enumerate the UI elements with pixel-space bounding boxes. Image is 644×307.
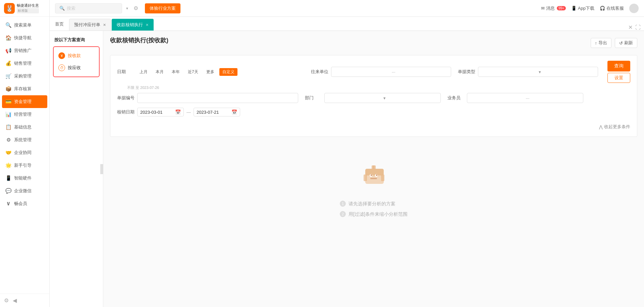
sidebar-item-vip-member[interactable]: V 畅会员 xyxy=(0,197,49,210)
main-area: 🔍 搜索 ▾ ⚙ 体验行业方案 ✉ 消息 99+ 📱 App下载 🎧 在线客服 xyxy=(50,0,644,307)
sidebar-item-inventory[interactable]: 📦 库存核算 xyxy=(0,83,49,95)
query-button[interactable]: 查询 xyxy=(607,61,630,71)
tab-close-all-icon[interactable]: ✕ xyxy=(628,24,633,31)
sidebar-item-system-mgmt[interactable]: ⚙ 系统管理 xyxy=(0,134,49,146)
setting-button[interactable]: 设置 xyxy=(607,73,630,83)
smart-hardware-icon: 📱 xyxy=(5,175,11,181)
enterprise-collab-icon: 🤝 xyxy=(5,150,11,156)
doc-type-label: 单据类型 xyxy=(458,69,475,75)
dept-select[interactable]: ▾ xyxy=(324,93,441,103)
topbar-gear-icon[interactable]: ⚙ xyxy=(133,5,138,11)
sidebar-bottom: ⚙ ◀ xyxy=(0,294,49,307)
last-7days-btn[interactable]: 近7天 xyxy=(185,68,201,76)
system-mgmt-icon: ⚙ xyxy=(5,137,11,143)
tab-close-prepay[interactable]: ✕ xyxy=(103,23,106,27)
tab-home[interactable]: 首页 xyxy=(50,18,69,31)
form-row-2: 单据编号 部门 ▾ 业务员 ··· xyxy=(117,93,630,103)
this-month-btn[interactable]: 本月 xyxy=(153,68,167,76)
doc-type-field: 单据类型 ▾ xyxy=(458,67,598,77)
collapse-sidebar-icon[interactable]: ◀ xyxy=(13,297,17,304)
sidebar-item-quick-nav[interactable]: 🏠 快捷导航 xyxy=(0,32,49,44)
quick-dates: 上月 本月 本年 近7天 更多 自定义 xyxy=(137,68,237,76)
sales-icon: 💰 xyxy=(5,60,11,66)
verify-date-start-input[interactable] xyxy=(140,110,174,115)
tab-close-receipt-verify[interactable]: ✕ xyxy=(146,23,149,27)
refresh-button[interactable]: ↺ 刷新 xyxy=(615,38,637,48)
tab-actions: ✕ ⛶ xyxy=(625,24,644,31)
verify-date-end-wrap[interactable]: 📅 xyxy=(194,108,240,116)
inventory-icon: 📦 xyxy=(5,86,11,92)
refresh-icon: ↺ xyxy=(619,41,623,46)
verify-date-range: 📅 — 📅 xyxy=(137,108,294,116)
app-download-button[interactable]: 📱 App下载 xyxy=(571,5,594,11)
svg-rect-8 xyxy=(370,178,377,179)
sidebar-item-enterprise-wechat[interactable]: 💬 企业微信 xyxy=(0,185,49,197)
search-box[interactable]: 🔍 搜索 xyxy=(55,3,122,13)
sidebar-item-finance[interactable]: 💳 资金管理 xyxy=(2,95,47,108)
counterpart-field: 往来单位 ··· xyxy=(311,67,451,77)
counterpart-select[interactable]: ··· xyxy=(331,67,451,77)
headset-icon: 🎧 xyxy=(600,6,605,11)
online-service-button[interactable]: 🎧 在线客服 xyxy=(600,5,624,11)
sidebar-item-search-menu[interactable]: 🔍 搜索菜单 xyxy=(0,19,49,32)
doc-no-input[interactable] xyxy=(137,93,298,103)
business-mgmt-icon: 📊 xyxy=(5,111,11,117)
collapse-more-btn[interactable]: ⋀ 收起更多条件 xyxy=(117,121,630,131)
staff-field: 业务员 ··· xyxy=(447,93,583,103)
more-btn[interactable]: 更多 xyxy=(203,68,217,76)
sidebar-item-purchase[interactable]: 🛒 采购管理 xyxy=(0,70,49,83)
verify-date-end-input[interactable] xyxy=(197,110,230,115)
page-title: 收款核销执行(按收款) xyxy=(110,36,168,44)
this-year-btn[interactable]: 本年 xyxy=(169,68,183,76)
last-month-btn[interactable]: 上月 xyxy=(137,68,151,76)
vip-member-icon: V xyxy=(5,201,11,207)
message-badge: 99+ xyxy=(557,6,566,10)
svg-rect-3 xyxy=(381,174,384,181)
app-logo-icon: 🐰 xyxy=(4,3,15,14)
doc-type-select[interactable]: ▾ xyxy=(478,67,598,77)
tab-prepay[interactable]: 预付冲应付单 ✕ xyxy=(69,19,111,31)
filter-panel-title: 按以下方案查询 xyxy=(50,35,103,46)
export-button[interactable]: ↑ 导出 xyxy=(591,38,612,48)
filter-receipt-icon: ¥ xyxy=(58,52,65,59)
user-avatar[interactable] xyxy=(629,4,639,13)
empty-illustration xyxy=(357,157,390,191)
message-button[interactable]: ✉ 消息 99+ xyxy=(541,5,566,11)
sidebar-item-enterprise-collab[interactable]: 🤝 企业协同 xyxy=(0,146,49,159)
date-label: 日期 xyxy=(117,69,134,75)
tab-expand-icon[interactable]: ⛶ xyxy=(635,24,641,31)
sidebar-item-marketing[interactable]: 📢 营销推广 xyxy=(0,44,49,57)
sidebar-item-business-mgmt[interactable]: 📊 经营管理 xyxy=(0,108,49,121)
sidebar-item-sales[interactable]: 💰 销售管理 xyxy=(0,57,49,70)
tab-receipt-verify[interactable]: 收款核销执行 ✕ xyxy=(112,19,154,31)
dept-label: 部门 xyxy=(305,95,322,101)
staff-select[interactable]: ··· xyxy=(467,93,583,103)
app-version: 标准版 xyxy=(17,8,39,13)
staff-dots[interactable]: ··· xyxy=(525,95,580,101)
search-icon: 🔍 xyxy=(59,6,65,11)
verify-start-calendar-icon[interactable]: 📅 xyxy=(175,109,181,115)
custom-btn[interactable]: 自定义 xyxy=(219,68,237,76)
empty-state: 1 请先选择要分析的方案 2 用[过滤]条件来缩小分析范围 xyxy=(110,137,637,233)
sidebar-item-basic-info[interactable]: 📋 基础信息 xyxy=(0,121,49,134)
settings-icon[interactable]: ⚙ xyxy=(4,297,9,304)
form-row-3: 核销日期 📅 — 📅 xyxy=(117,108,630,116)
filter-by-receivable[interactable]: ⏱ 按应收 xyxy=(54,62,99,74)
sidebar-item-new-guide[interactable]: 🌟 新手引导 xyxy=(0,159,49,172)
verify-date-start-wrap[interactable]: 📅 xyxy=(137,108,184,116)
sidebar-nav: 🔍 搜索菜单 🏠 快捷导航 📢 营销推广 💰 销售管理 🛒 采购管理 📦 库存核… xyxy=(0,17,49,294)
solution-button[interactable]: 体验行业方案 xyxy=(145,3,180,13)
phone-icon: 📱 xyxy=(571,6,577,11)
topbar: 🔍 搜索 ▾ ⚙ 体验行业方案 ✉ 消息 99+ 📱 App下载 🎧 在线客服 xyxy=(50,0,644,17)
counterpart-dots[interactable]: ··· xyxy=(390,69,447,75)
svg-rect-2 xyxy=(364,174,367,181)
verify-end-calendar-icon[interactable]: 📅 xyxy=(231,109,237,115)
search-form: 日期 上月 本月 本年 近7天 更多 自定义 往来单位 xyxy=(110,55,637,137)
filter-panel-border: ¥ 按收款 ⏱ 按应收 xyxy=(53,46,100,77)
sidebar-item-smart-hardware[interactable]: 📱 智能硬件 xyxy=(0,172,49,185)
export-icon: ↑ xyxy=(595,41,597,46)
tabbar: 首页 预付冲应付单 ✕ 收款核销执行 ✕ ✕ ⛶ xyxy=(50,17,644,31)
topbar-dropdown-icon[interactable]: ▾ xyxy=(126,6,128,11)
filter-by-receipt[interactable]: ¥ 按收款 xyxy=(54,50,99,62)
topbar-right: ✉ 消息 99+ 📱 App下载 🎧 在线客服 xyxy=(541,4,639,13)
